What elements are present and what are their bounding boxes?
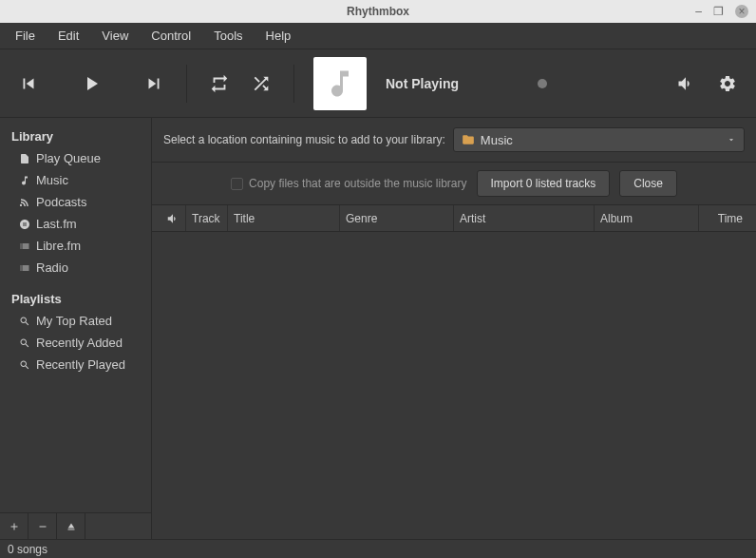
sidebar-item-recently-played[interactable]: Recently Played bbox=[0, 354, 151, 375]
table-header: Track Title Genre Artist Album Time bbox=[152, 205, 756, 232]
column-artist[interactable]: Artist bbox=[454, 205, 595, 231]
sidebar-item-label: Play Queue bbox=[36, 151, 101, 165]
gear-icon bbox=[718, 74, 737, 93]
window-title: Rhythmbox bbox=[347, 5, 409, 18]
list-icon bbox=[19, 262, 30, 274]
menu-help[interactable]: Help bbox=[255, 25, 303, 47]
status-text: 0 songs bbox=[8, 543, 47, 556]
column-playing[interactable] bbox=[160, 205, 186, 231]
sidebar-content: Library Play Queue Music Podcasts Last.f… bbox=[0, 118, 151, 512]
list-icon bbox=[19, 241, 30, 252]
sidebar-footer bbox=[0, 512, 151, 539]
sidebar-item-label: Recently Added bbox=[36, 336, 123, 350]
folder-icon bbox=[462, 133, 475, 146]
column-album[interactable]: Album bbox=[595, 205, 699, 231]
sidebar-item-play-queue[interactable]: Play Queue bbox=[0, 147, 151, 169]
column-title[interactable]: Title bbox=[228, 205, 340, 231]
sidebar-header-library: Library bbox=[0, 125, 151, 147]
file-icon bbox=[19, 153, 30, 164]
import-actions-bar: Copy files that are outside the music li… bbox=[152, 163, 756, 205]
album-art bbox=[313, 57, 367, 110]
music-note-icon bbox=[323, 67, 357, 101]
sidebar-item-label: Podcasts bbox=[36, 195, 86, 209]
shuffle-icon bbox=[251, 73, 272, 94]
copy-files-checkbox[interactable] bbox=[231, 178, 243, 190]
rss-icon bbox=[19, 197, 30, 208]
menu-control[interactable]: Control bbox=[140, 25, 202, 47]
play-button[interactable] bbox=[74, 67, 108, 101]
add-playlist-button[interactable] bbox=[0, 513, 28, 539]
close-button[interactable]: Close bbox=[619, 170, 677, 197]
shuffle-button[interactable] bbox=[244, 67, 278, 101]
window-controls: – ❐ × bbox=[695, 5, 748, 18]
sidebar-item-lastfm[interactable]: Last.fm bbox=[0, 213, 151, 235]
copy-files-label: Copy files that are outside the music li… bbox=[249, 177, 466, 190]
minus-icon bbox=[37, 521, 48, 532]
import-button[interactable]: Import 0 listed tracks bbox=[477, 170, 611, 197]
remove-playlist-button[interactable] bbox=[28, 513, 57, 539]
now-playing-label: Not Playing bbox=[386, 76, 459, 91]
player-toolbar: Not Playing bbox=[0, 49, 756, 118]
sidebar-item-radio[interactable]: Radio bbox=[0, 257, 151, 279]
volume-button[interactable] bbox=[669, 67, 703, 101]
content-area: Select a location containing music to ad… bbox=[152, 118, 756, 539]
sidebar-item-librefm[interactable]: Libre.fm bbox=[0, 235, 151, 257]
sidebar-item-label: Music bbox=[36, 173, 68, 187]
column-time[interactable]: Time bbox=[699, 205, 748, 231]
repeat-button[interactable] bbox=[202, 67, 236, 101]
column-track[interactable]: Track bbox=[186, 205, 228, 231]
repeat-icon bbox=[209, 73, 230, 94]
menu-view[interactable]: View bbox=[90, 25, 140, 47]
sidebar-item-music[interactable]: Music bbox=[0, 169, 151, 191]
previous-button[interactable] bbox=[11, 67, 46, 101]
sidebar-item-my-top-rated[interactable]: My Top Rated bbox=[0, 310, 151, 332]
sidebar-item-label: Radio bbox=[36, 260, 68, 275]
skip-next-icon bbox=[143, 73, 164, 94]
volume-icon bbox=[676, 74, 695, 93]
plus-icon bbox=[9, 521, 20, 532]
import-prompt: Select a location containing music to ad… bbox=[163, 133, 445, 146]
location-value: Music bbox=[481, 133, 513, 147]
copy-files-checkbox-row[interactable]: Copy files that are outside the music li… bbox=[231, 177, 466, 190]
play-icon bbox=[80, 72, 103, 95]
lastfm-icon bbox=[19, 219, 30, 230]
search-icon bbox=[19, 359, 30, 371]
sidebar-item-label: Recently Played bbox=[36, 357, 125, 372]
eject-button[interactable] bbox=[57, 513, 85, 539]
minimize-button[interactable]: – bbox=[695, 5, 702, 18]
titlebar: Rhythmbox – ❐ × bbox=[0, 0, 756, 23]
main-area: Library Play Queue Music Podcasts Last.f… bbox=[0, 118, 756, 539]
location-select[interactable]: Music bbox=[453, 127, 745, 152]
progress-indicator[interactable] bbox=[538, 79, 547, 88]
music-icon bbox=[19, 175, 30, 186]
sidebar-item-label: My Top Rated bbox=[36, 314, 112, 328]
eject-icon bbox=[66, 521, 77, 532]
maximize-button[interactable]: ❐ bbox=[713, 5, 724, 18]
close-window-button[interactable]: × bbox=[735, 5, 748, 18]
sidebar-item-podcasts[interactable]: Podcasts bbox=[0, 191, 151, 213]
menu-file[interactable]: File bbox=[4, 25, 47, 47]
search-icon bbox=[19, 316, 30, 327]
chevron-down-icon bbox=[727, 135, 736, 144]
toolbar-divider bbox=[293, 65, 294, 103]
column-genre[interactable]: Genre bbox=[340, 205, 454, 231]
sidebar-item-recently-added[interactable]: Recently Added bbox=[0, 332, 151, 354]
sidebar-item-label: Last.fm bbox=[36, 217, 77, 231]
import-location-bar: Select a location containing music to ad… bbox=[152, 118, 756, 163]
menubar: File Edit View Control Tools Help bbox=[0, 23, 756, 49]
menu-tools[interactable]: Tools bbox=[202, 25, 254, 47]
skip-previous-icon bbox=[18, 73, 39, 94]
menu-edit[interactable]: Edit bbox=[47, 25, 90, 47]
settings-button[interactable] bbox=[710, 67, 745, 101]
toolbar-divider bbox=[186, 65, 187, 103]
sidebar: Library Play Queue Music Podcasts Last.f… bbox=[0, 118, 152, 539]
speaker-icon bbox=[166, 212, 180, 225]
next-button[interactable] bbox=[137, 67, 171, 101]
search-icon bbox=[19, 337, 30, 349]
statusbar: 0 songs bbox=[0, 539, 756, 558]
sidebar-item-label: Libre.fm bbox=[36, 239, 81, 253]
sidebar-header-playlists: Playlists bbox=[0, 288, 151, 310]
table-body bbox=[152, 232, 756, 539]
